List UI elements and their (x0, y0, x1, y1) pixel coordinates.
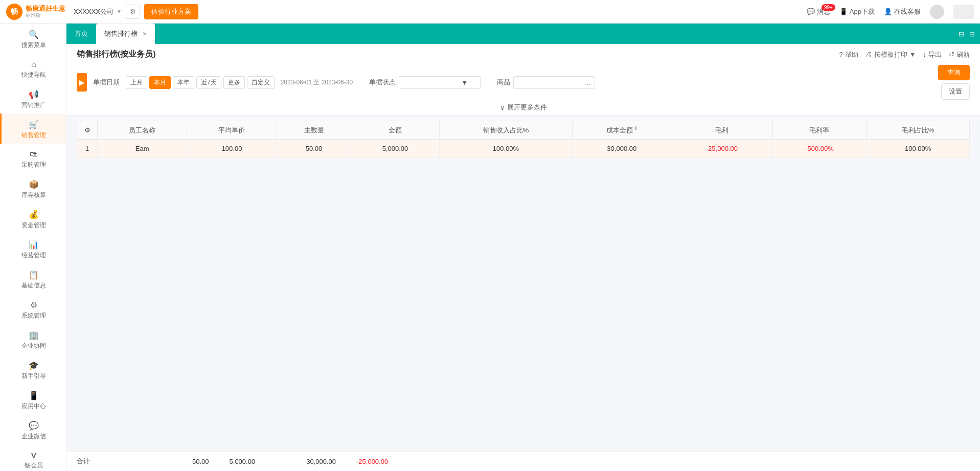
expand-more-btn[interactable]: ∨ 展开更多条件 (77, 100, 970, 115)
filter-row: ▶ 单据日期 上月 本月 本年 近7天 更多 自定义 2023-06-01 至 … (77, 65, 970, 100)
sidebar-item-system[interactable]: ⚙ 系统管理 (0, 294, 66, 324)
table-container: ⚙ 员工名称 平均单价 主数量 全额 销售收入占比% 成本全额 ℹ 毛利 毛利率… (66, 116, 980, 451)
filter-settings-button[interactable]: 设置 (941, 83, 970, 100)
filter-area: ▶ 单据日期 上月 本月 本年 近7天 更多 自定义 2023-06-01 至 … (77, 65, 970, 115)
date-btn-more[interactable]: 更多 (223, 76, 245, 89)
help-label: 帮助 (845, 50, 858, 59)
wechat-icon: 💬 (29, 421, 39, 431)
cell-gross-rate: -500.00% (772, 140, 867, 158)
footer-label: 合计 (77, 457, 90, 466)
export-label: 导出 (928, 50, 942, 59)
app-download-item[interactable]: 📱 App下载 (839, 7, 875, 16)
cell-gross-pct: 100.00% (867, 140, 970, 158)
apps-icon: 📱 (29, 391, 39, 400)
page-title: 销售排行榜(按业务员) (77, 49, 156, 60)
goods-label: 商品 (497, 78, 510, 87)
col-gross-pct: 毛利占比% (867, 121, 970, 140)
cell-amount: 5,000.00 (351, 140, 439, 158)
avatar[interactable] (930, 5, 944, 19)
footer-gross: -25,000.00 (356, 458, 388, 465)
tab-sales-ranking[interactable]: 销售排行榜 × (96, 24, 155, 44)
trial-button[interactable]: 体验行业方案 (144, 4, 198, 19)
sidebar-item-inventory[interactable]: 📦 库存核算 (0, 173, 66, 204)
main-layout: 🔍 搜索菜单 ⌂ 快捷导航 📢 营销推广 🛒 销售管理 🛍 采购管理 📦 库存核… (0, 24, 980, 471)
tab-bar: 首页 销售排行榜 × ⊟ ⊞ (66, 24, 980, 44)
export-icon: ↓ (923, 51, 927, 58)
settings-icon[interactable]: ⚙ (126, 5, 140, 19)
page-actions: ? 帮助 🖨 按模板打印 ▼ ↓ 导出 ↺ (839, 50, 970, 59)
query-area: 查询 设置 (938, 65, 970, 100)
expand-icon: ∨ (500, 104, 505, 111)
date-range: 2023-06-01 至 2023-06-30 (281, 78, 353, 87)
col-avg-price: 平均单价 (187, 121, 277, 140)
purchase-icon: 🛍 (30, 150, 38, 159)
goods-input[interactable]: ... (513, 76, 595, 89)
status-select[interactable]: ▼ (399, 76, 481, 89)
date-btn-this-month[interactable]: 本月 (149, 76, 171, 89)
date-btn-7days[interactable]: 近7天 (196, 76, 221, 89)
collapse-button[interactable]: ▶ (77, 73, 87, 92)
cell-avg-price: 100.00 (187, 140, 277, 158)
template-print-label: 按模板打印 (874, 50, 907, 59)
cell-cost: 30,000.00 (573, 140, 671, 158)
sidebar-item-purchase[interactable]: 🛍 采购管理 (0, 144, 66, 173)
goods-filter: 商品 ... (497, 76, 595, 89)
company-name: XXXXXX公司 (74, 7, 113, 16)
inventory-icon: 📦 (29, 180, 39, 189)
status-label: 单据状态 (369, 78, 396, 87)
query-button[interactable]: 查询 (938, 65, 970, 80)
sidebar-item-shortcut[interactable]: ⌂ 快捷导航 (0, 54, 66, 83)
date-btn-this-year[interactable]: 本年 (173, 76, 194, 89)
refresh-button[interactable]: ↺ 刷新 (949, 50, 970, 59)
column-settings-icon[interactable]: ⚙ (84, 126, 90, 134)
footer-amount: 5,000.00 (230, 458, 256, 465)
guide-icon: 🎓 (29, 361, 39, 370)
sidebar-item-guide[interactable]: 🎓 新手引导 (0, 354, 66, 385)
online-service-label: 在线客服 (894, 7, 921, 16)
date-btn-group: 上月 本月 本年 近7天 更多 自定义 (126, 76, 275, 89)
service-icon: 👤 (884, 8, 892, 15)
sidebar-item-basic[interactable]: 📋 基础信息 (0, 264, 66, 294)
sidebar-item-marketing[interactable]: 📢 营销推广 (0, 83, 66, 114)
cell-gross: -25,000.00 (671, 140, 773, 158)
enterprise-icon: 🏢 (29, 330, 39, 340)
message-badge: 99+ (822, 4, 835, 11)
tab-maximize-icon[interactable]: ⊞ (969, 30, 975, 38)
goods-input-more: ... (585, 79, 590, 86)
home-tab-label: 首页 (75, 29, 88, 38)
sidebar-item-finance[interactable]: 💰 资金管理 (0, 204, 66, 234)
sidebar-item-operations[interactable]: 📊 经营管理 (0, 234, 66, 264)
sidebar: 🔍 搜索菜单 ⌂ 快捷导航 📢 营销推广 🛒 销售管理 🛍 采购管理 📦 库存核… (0, 24, 66, 471)
sidebar-item-enterprise[interactable]: 🏢 企业协同 (0, 324, 66, 354)
print-dropdown-icon: ▼ (909, 51, 916, 58)
download-icon: 📱 (839, 8, 848, 15)
message-item[interactable]: 💬 消息 99+ (807, 7, 830, 16)
company-selector[interactable]: XXXXXX公司 ▼ (74, 7, 122, 16)
top-bar-right: 💬 消息 99+ 📱 App下载 👤 在线客服 (807, 5, 974, 19)
col-sales-pct: 销售收入占比% (439, 121, 573, 140)
tab-minimize-icon[interactable]: ⊟ (959, 30, 964, 38)
cell-rank-num: 1 (77, 140, 98, 158)
help-button[interactable]: ? 帮助 (839, 50, 858, 59)
page-header: 销售排行榜(按业务员) ? 帮助 🖨 按模板打印 ▼ ↓ (66, 44, 980, 116)
sidebar-item-wechat[interactable]: 💬 企业微信 (0, 415, 66, 445)
date-btn-last-month[interactable]: 上月 (126, 76, 147, 89)
user-name-placeholder (953, 5, 974, 19)
col-rank: 员工名称 (98, 121, 187, 140)
refresh-icon: ↺ (949, 51, 954, 58)
sidebar-item-search[interactable]: 🔍 搜索菜单 (0, 24, 66, 54)
export-button[interactable]: ↓ 导出 (923, 50, 942, 59)
sidebar-item-sales[interactable]: 🛒 销售管理 (0, 114, 66, 144)
basic-icon: 📋 (29, 270, 39, 280)
date-btn-custom[interactable]: 自定义 (247, 76, 275, 89)
online-service-item[interactable]: 👤 在线客服 (884, 7, 921, 16)
operations-icon: 📊 (29, 240, 39, 250)
tab-home[interactable]: 首页 (66, 24, 96, 44)
cell-main-qty: 50.00 (277, 140, 351, 158)
member-icon: V (31, 451, 36, 460)
sales-icon: 🛒 (29, 120, 39, 129)
template-print-button[interactable]: 🖨 按模板打印 ▼ (865, 50, 916, 59)
sidebar-item-member[interactable]: V 畅会员 (0, 445, 66, 471)
tab-close-icon[interactable]: × (143, 30, 147, 38)
sidebar-item-apps[interactable]: 📱 应用中心 (0, 385, 66, 415)
